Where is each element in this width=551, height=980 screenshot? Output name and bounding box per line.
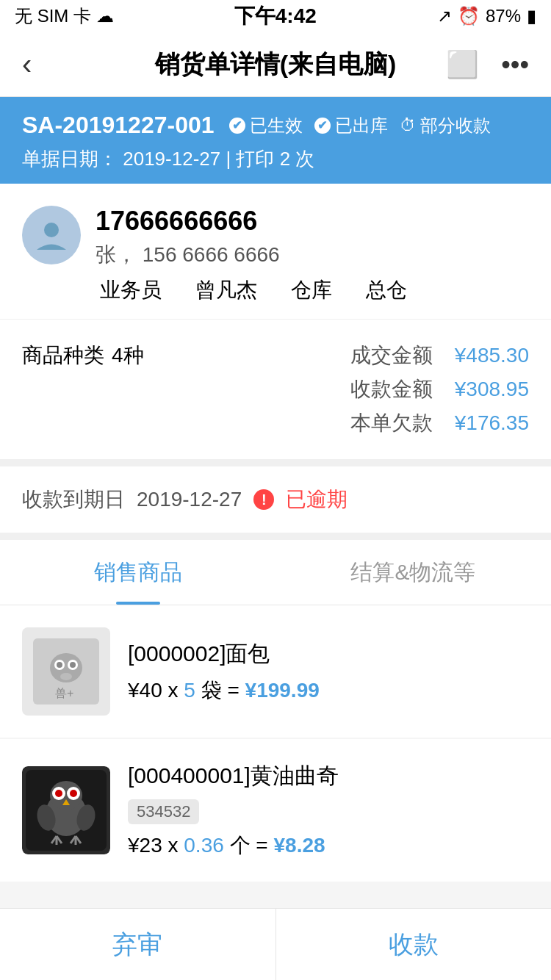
overdue-label: 已逾期: [286, 486, 347, 514]
warehouse-value: 总仓: [366, 276, 407, 304]
product-thumb-1: 兽+: [22, 627, 110, 716]
product-price-row-2: ¥23 x 0.36 个 = ¥8.28: [128, 832, 529, 860]
order-header-top: SA-20191227-001 ✔ 已生效 ✔ 已出库 ⏱ 部分收款: [22, 112, 529, 139]
clock-icon: ⏱: [400, 116, 416, 135]
customer-name: 张，: [96, 243, 137, 266]
status-bar: 无 SIM 卡 ☁ 下午4:42 ↗ ⏰ 87% ▮: [0, 0, 551, 32]
svg-point-6: [70, 662, 76, 668]
customer-id: 17666666666: [96, 206, 529, 237]
svg-text:兽+: 兽+: [55, 687, 73, 699]
customer-section: 17666666666 张， 156 6666 6666 业务员 曾凡杰 仓库 …: [0, 184, 551, 320]
customer-name-phone: 张， 156 6666 6666: [96, 241, 529, 269]
bottom-bar: 弃审 收款: [0, 908, 551, 980]
product-total-2: ¥8.28: [273, 834, 325, 857]
svg-point-14: [55, 790, 62, 797]
location-icon: ↗: [437, 6, 452, 26]
product-qty-2: 0.36: [184, 834, 224, 857]
product-name-1: [0000002]面包: [128, 639, 529, 669]
nav-actions: ⬜ •••: [446, 49, 529, 80]
status-effective: ✔ 已生效: [229, 114, 303, 137]
order-header: SA-20191227-001 ✔ 已生效 ✔ 已出库 ⏱ 部分收款 单据日期：…: [0, 97, 551, 184]
received-amount-row: 收款金额 ¥308.95: [350, 375, 529, 403]
total-amount-label: 成交金额: [350, 342, 433, 370]
customer-phone-number: 156 6666 6666: [143, 243, 280, 266]
alarm-icon: ⏰: [458, 6, 480, 26]
tabs-container: 销售商品 结算&物流等: [0, 540, 551, 605]
product-total-1: ¥199.99: [245, 679, 320, 702]
product-price-2: ¥23: [128, 834, 162, 857]
product-name-2: [000400001]黄油曲奇: [128, 761, 529, 791]
owl-image: [22, 766, 110, 854]
status-tags: ✔ 已生效 ✔ 已出库 ⏱ 部分收款: [229, 114, 491, 137]
battery-icon: ▮: [527, 6, 536, 26]
tab-sales-products[interactable]: 销售商品: [0, 540, 276, 605]
nav-bar: ‹ 销货单详情(来自电脑) ⬜ •••: [0, 32, 551, 97]
received-amount-value: ¥308.95: [455, 378, 529, 401]
owed-amount-row: 本单欠款 ¥176.35: [350, 409, 529, 437]
svg-point-0: [44, 223, 59, 237]
status-dispatched: ✔ 已出库: [314, 114, 388, 137]
product-type-count: 4种: [112, 342, 144, 370]
order-date: 2019-12-27: [123, 148, 220, 170]
collect-payment-button[interactable]: 收款: [276, 909, 552, 980]
date-label: 单据日期：: [22, 148, 118, 170]
product-equals-2: =: [256, 834, 273, 857]
product-sku-badge-2: 534532: [128, 799, 199, 824]
more-icon[interactable]: •••: [501, 49, 529, 80]
amount-stats: 成交金额 ¥485.30 收款金额 ¥308.95 本单欠款 ¥176.35: [350, 342, 529, 437]
status-right: ↗ ⏰ 87% ▮: [437, 6, 536, 26]
customer-info: 17666666666 张， 156 6666 6666 业务员 曾凡杰 仓库 …: [96, 206, 529, 304]
print-info: | 打印 2 次: [226, 148, 314, 170]
customer-meta: 业务员 曾凡杰 仓库 总仓: [96, 276, 529, 304]
product-price-1: ¥40: [128, 679, 162, 702]
svg-point-15: [70, 790, 77, 797]
stats-section: 商品种类 4种 成交金额 ¥485.30 收款金额 ¥308.95 本单欠款 ¥…: [0, 320, 551, 466]
check-icon-2: ✔: [314, 118, 331, 134]
status-partial-payment: ⏱ 部分收款: [400, 114, 491, 137]
sim-status: 无 SIM 卡 ☁: [15, 4, 114, 28]
page-title: 销货单详情(来自电脑): [155, 48, 397, 82]
product-equals-1: =: [227, 679, 245, 702]
owed-amount-label: 本单欠款: [350, 409, 433, 437]
salesperson-value: 曾凡杰: [195, 276, 257, 304]
status-effective-label: 已生效: [250, 114, 303, 137]
product-type-label: 商品种类: [22, 342, 104, 370]
battery-level: 87%: [486, 6, 521, 26]
overdue-icon: !: [253, 489, 274, 510]
product-multiply-1: x: [168, 679, 184, 702]
svg-point-5: [57, 662, 62, 668]
due-date-value: 2019-12-27: [137, 488, 242, 511]
product-unit-2: 个: [230, 834, 251, 857]
status-time: 下午4:42: [234, 2, 317, 30]
tab-sales-products-label: 销售商品: [94, 558, 182, 588]
order-id: SA-20191227-001: [22, 112, 215, 139]
product-price-row-1: ¥40 x 5 袋 = ¥199.99: [128, 677, 529, 705]
received-amount-label: 收款金额: [350, 375, 433, 403]
share-icon[interactable]: ⬜: [446, 49, 479, 80]
product-type-stats: 商品种类 4种: [22, 342, 144, 370]
product-info-2: [000400001]黄油曲奇 534532 ¥23 x 0.36 个 = ¥8…: [128, 761, 529, 860]
due-date-section: 收款到期日 2019-12-27 ! 已逾期: [0, 466, 551, 540]
order-date-row: 单据日期： 2019-12-27 | 打印 2 次: [22, 146, 529, 172]
status-left: 无 SIM 卡 ☁: [15, 4, 114, 28]
product-item-2: [000400001]黄油曲奇 534532 ¥23 x 0.36 个 = ¥8…: [0, 739, 551, 882]
salesperson-label: 业务员: [100, 276, 162, 304]
total-amount-value: ¥485.30: [455, 344, 529, 367]
svg-point-7: [60, 673, 72, 680]
product-list: 兽+ [0000002]面包 ¥40 x 5 袋 = ¥199.99: [0, 605, 551, 882]
tab-indicator: [116, 602, 160, 605]
owed-amount-value: ¥176.35: [455, 411, 529, 435]
due-date-label: 收款到期日: [22, 486, 125, 514]
tab-settlement-logistics-label: 结算&物流等: [350, 558, 475, 588]
warehouse-label: 仓库: [291, 276, 332, 304]
back-button[interactable]: ‹: [22, 48, 46, 81]
abandon-review-button[interactable]: 弃审: [0, 909, 276, 980]
product-thumb-2: [22, 766, 110, 854]
tab-settlement-logistics[interactable]: 结算&物流等: [276, 540, 551, 605]
status-dispatched-label: 已出库: [335, 114, 388, 137]
product-qty-1: 5: [184, 679, 195, 702]
total-amount-row: 成交金额 ¥485.30: [350, 342, 529, 370]
product-multiply-2: x: [168, 834, 184, 857]
product-item: 兽+ [0000002]面包 ¥40 x 5 袋 = ¥199.99: [0, 605, 551, 738]
avatar: [22, 206, 81, 264]
